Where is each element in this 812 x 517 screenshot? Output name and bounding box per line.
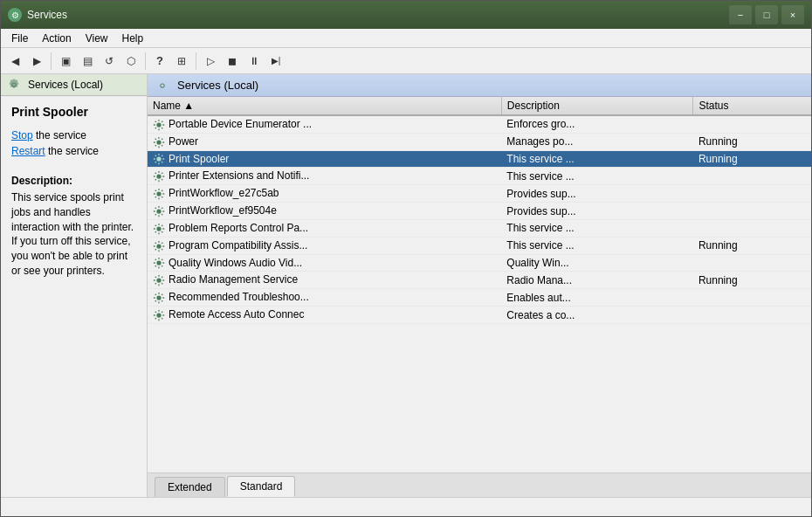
service-name: Remote Access Auto Connec [169,308,304,321]
services-table-scroll[interactable]: Name ▲ Description Status Portable Devic… [148,97,811,472]
service-desc-cell: Radio Mana... [501,272,693,289]
service-name: Recommended Troubleshoo... [169,291,309,303]
table-row[interactable]: Radio Management ServiceRadio Mana...Run… [148,272,811,289]
service-name: Problem Reports Control Pa... [169,222,308,234]
toolbar-sep-3 [196,52,196,70]
table-row[interactable]: Program Compatibility Assis...This servi… [148,237,811,254]
tab-standard[interactable]: Standard [227,476,296,497]
service-name-cell: Printer Extensions and Notifi... [148,168,501,185]
svg-point-6 [156,226,161,231]
svg-point-5 [156,209,161,213]
sidebar-label: Services (Local) [28,79,103,91]
maximize-button[interactable]: □ [755,5,778,24]
service-status-cell: Running [693,133,811,150]
svg-point-9 [156,279,161,283]
service-name-cell: Program Compatibility Assis... [148,237,501,254]
detail-pane: Print Spooler Stop the service Restart t… [1,96,148,287]
table-row[interactable]: Printer Extensions and Notifi...This ser… [148,168,811,185]
svg-point-10 [156,295,161,300]
menu-view[interactable]: View [79,31,115,46]
sidebar: Services (Local) Print Spooler Stop the … [1,74,148,497]
detail-title: Print Spooler [11,105,137,119]
desc-header: Description: [11,175,137,187]
service-name-cell: PrintWorkflow_ef9504e [148,203,501,220]
service-name: Print Spooler [169,153,229,165]
close-button[interactable]: × [781,5,804,24]
view-button[interactable]: ⊞ [171,51,192,72]
svg-point-7 [156,244,161,248]
service-desc-cell: Provides sup... [501,203,693,220]
sidebar-header[interactable]: Services (Local) [1,74,147,96]
services-header-title: Services (Local) [177,79,258,92]
resume-service-button[interactable]: ▶| [265,51,286,72]
service-name: PrintWorkflow_ef9504e [169,204,277,217]
window-controls: − □ × [729,5,804,24]
console-tree-button[interactable]: ▣ [55,51,76,72]
table-row[interactable]: PrintWorkflow_ef9504eProvides sup... [148,203,811,220]
help-button[interactable]: ? [149,51,170,72]
svg-point-3 [156,175,161,179]
menu-action[interactable]: Action [35,31,78,46]
service-name-cell: Quality Windows Audio Vid... [148,254,501,272]
service-name: Portable Device Enumerator ... [169,118,312,130]
service-name: PrintWorkflow_e27c5ab [169,187,279,199]
service-desc-cell: This service ... [501,168,693,185]
services-table-container: Name ▲ Description Status Portable Devic… [148,97,811,472]
service-name: Printer Extensions and Notifi... [169,169,309,182]
service-status-cell [693,185,811,203]
service-status-cell [693,254,811,272]
toolbar: ◀ ▶ ▣ ▤ ↺ ⬡ ? ⊞ ▷ ◼ ⏸ ▶| [1,48,811,74]
svg-point-8 [156,261,161,265]
service-name-cell: Print Spooler [148,150,501,168]
table-row[interactable]: Portable Device Enumerator ...Enforces g… [148,115,811,133]
service-status-cell [693,115,811,133]
table-row[interactable]: Quality Windows Audio Vid...Quality Win.… [148,254,811,272]
services-header-gear-icon [156,79,169,92]
table-row[interactable]: Recommended Troubleshoo...Enables aut... [148,289,811,307]
table-row[interactable]: Print SpoolerThis service ...Running [148,150,811,168]
table-row[interactable]: PowerManages po...Running [148,133,811,150]
restart-suffix: the service [45,145,99,157]
stop-link[interactable]: Stop [11,129,33,141]
tab-extended[interactable]: Extended [155,477,225,497]
pause-service-button[interactable]: ⏸ [244,51,265,72]
service-name: Radio Management Service [169,273,298,286]
col-header-desc[interactable]: Description [501,97,693,115]
service-name-cell: PrintWorkflow_e27c5ab [148,185,501,203]
table-row[interactable]: Remote Access Auto ConnecCreates a co... [148,307,811,324]
service-name-cell: Remote Access Auto Connec [148,307,501,324]
service-status-cell: Running [693,150,811,168]
svg-point-2 [156,157,161,162]
service-status-cell: Running [693,237,811,254]
minimize-button[interactable]: − [729,5,752,24]
service-desc-cell: This service ... [501,237,693,254]
refresh-button[interactable]: ↺ [99,51,120,72]
toolbar-sep-2 [145,52,146,70]
window-title: Services [27,9,729,21]
service-name-cell: Power [148,133,501,150]
service-desc-cell: Enables aut... [501,289,693,307]
stop-service-button[interactable]: ◼ [222,51,243,72]
restart-link[interactable]: Restart [11,145,45,157]
back-button[interactable]: ◀ [4,51,25,72]
stop-action-row: Stop the service [11,129,137,141]
start-service-button[interactable]: ▷ [200,51,221,72]
properties-button[interactable]: ▤ [77,51,98,72]
services-table: Name ▲ Description Status Portable Devic… [148,97,811,324]
toolbar-sep-1 [51,52,52,70]
menu-help[interactable]: Help [115,31,151,46]
forward-button[interactable]: ▶ [26,51,47,72]
service-desc-cell: Provides sup... [501,185,693,203]
service-status-cell [693,168,811,185]
status-bar [1,497,811,516]
table-row[interactable]: PrintWorkflow_e27c5abProvides sup... [148,185,811,203]
col-header-status[interactable]: Status [693,97,811,115]
service-status-cell: Running [693,272,811,289]
col-header-name[interactable]: Name ▲ [148,97,501,115]
menu-file[interactable]: File [4,31,35,46]
export-button[interactable]: ⬡ [120,51,141,72]
table-row[interactable]: Problem Reports Control Pa...This servic… [148,219,811,237]
main-area: Services (Local) Print Spooler Stop the … [1,74,811,497]
service-name: Quality Windows Audio Vid... [169,257,302,269]
svg-point-11 [156,313,161,317]
